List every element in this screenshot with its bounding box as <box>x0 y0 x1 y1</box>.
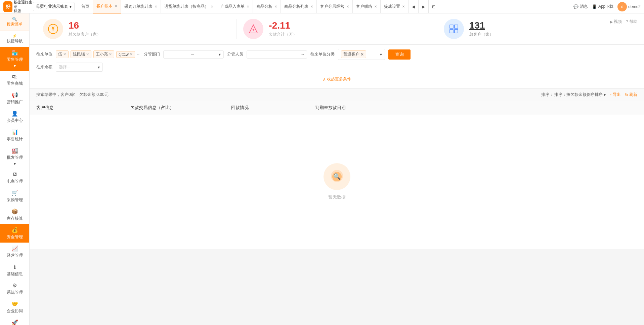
tab-close-icon[interactable]: ✕ <box>247 5 249 8</box>
message-button[interactable]: 💬 消息 <box>573 4 588 9</box>
sidebar-item-inventory[interactable]: 📦 库存核算 <box>0 206 29 224</box>
collapse-button[interactable]: ∧ 收起更多条件 <box>323 74 351 84</box>
video-link[interactable]: ▶ 视频 <box>610 19 622 25</box>
remove-tag-wu[interactable]: ✕ <box>63 52 66 57</box>
sidebar-item-operations[interactable]: 📈 经营管理 <box>0 243 29 261</box>
tab-close-icon[interactable]: ✕ <box>211 5 213 8</box>
sidebar-item-ecommerce[interactable]: 🖥 电商管理 <box>0 169 29 187</box>
avatar: d <box>617 2 627 11</box>
purchase-icon: 🛒 <box>11 190 18 196</box>
tab-commission-settings[interactable]: 提成设置 ✕ <box>381 0 409 13</box>
filter-tag-category: 普通客户 ✕ <box>341 50 366 58</box>
tab-customer-contact[interactable]: 客户联络 ✕ <box>353 0 381 13</box>
filter-label-category: 往来单位分类 <box>310 51 335 57</box>
tab-close-icon[interactable]: ✕ <box>374 5 377 8</box>
remove-tag-chen[interactable]: ✕ <box>86 52 89 57</box>
filter-row-2: 往来余额 选择... ▾ <box>36 63 637 72</box>
tab-product-analysis[interactable]: 商品分析 ✕ <box>253 0 281 13</box>
inventory-icon: 📦 <box>11 208 18 215</box>
app-download-button[interactable]: 📱 App下载 <box>592 4 613 9</box>
tab-customer-tier[interactable]: 客户分层经营 ✕ <box>317 0 353 13</box>
sidebar-item-retail-stats[interactable]: 📊 零售统计 <box>0 126 29 145</box>
logo-text: 畅捷通好生意 标版 <box>14 0 33 13</box>
help-icon: ? <box>626 20 628 24</box>
table-body: 🔍 暂无数据 <box>30 114 644 249</box>
filter-category-select[interactable]: 普通客户 ✕ ▾ <box>338 49 385 60</box>
stats-icon: 📊 <box>11 129 18 135</box>
video-icon: ▶ <box>610 20 613 24</box>
stat-content-total: 131 总客户（家） <box>469 21 493 37</box>
sidebar-item-retail[interactable]: 🏪 零售管理 ▾ <box>0 47 29 71</box>
filter-label-person: 分管人员 <box>227 51 243 57</box>
stat-icon-debt: ✦ <box>243 19 263 39</box>
wholesale-icon: 🏭 <box>11 147 18 154</box>
stat-number-customers: 16 <box>69 21 101 30</box>
sidebar-item-collaboration[interactable]: 🤝 企业协同 <box>0 298 29 317</box>
user-avatar[interactable]: d demo2 <box>617 2 641 11</box>
tab-next[interactable]: ▶ <box>419 0 429 13</box>
remove-tag-cjttcw[interactable]: ✕ <box>130 52 133 57</box>
sidebar-quick-nav[interactable]: ⚡ 快捷导航 <box>0 31 29 47</box>
system-icon: ⚙ <box>12 282 17 289</box>
sidebar-item-member[interactable]: 👤 会员中心 <box>0 108 29 126</box>
result-bar: 搜索结果中，客户0家 欠款金额 0.00元 排序： 排序：按欠款金额倒序排序 ▾… <box>30 88 644 101</box>
remove-category[interactable]: ✕ <box>360 52 364 57</box>
svg-text:✦: ✦ <box>252 28 255 32</box>
chevron-down-icon4: ▾ <box>604 93 606 97</box>
chevron-down-icon2: ▾ <box>380 52 382 57</box>
tab-customer-account[interactable]: 客户账本 ✕ <box>93 0 121 13</box>
export-icon: ↑ <box>610 93 612 97</box>
help-link[interactable]: ? 帮助 <box>626 19 637 25</box>
stat-icon-customers: ¥ <box>43 19 63 39</box>
tab-home[interactable]: 首页 <box>78 0 93 13</box>
tab-close-icon[interactable]: ✕ <box>310 5 313 8</box>
chevron-down-icon: ▾ <box>219 52 221 57</box>
sidebar-item-finance[interactable]: 💰 资金管理 <box>0 224 29 243</box>
tab-close-icon[interactable]: ✕ <box>115 4 117 8</box>
tab-close-icon[interactable]: ✕ <box>346 5 349 8</box>
query-button[interactable]: 查询 <box>388 49 411 60</box>
sidebar-item-wholesale[interactable]: 🏭 批发管理 ▾ <box>0 145 29 169</box>
svg-rect-5 <box>455 25 458 28</box>
sidebar-item-guide[interactable]: 🚀 新手引导 <box>0 317 29 325</box>
stat-number-total: 131 <box>469 21 493 30</box>
tab-purchase-stats[interactable]: 进货单统计表（按商品） ✕ <box>161 0 217 13</box>
logo-area: 好 畅捷通好生意 标版 <box>3 0 33 13</box>
chevron-down-icon: ▾ <box>70 4 72 9</box>
sidebar-search[interactable]: 🔍 搜索菜单 <box>0 13 29 31</box>
tab-close-icon[interactable]: ✕ <box>402 5 405 8</box>
tab-close-icon[interactable]: ✕ <box>155 5 157 8</box>
workspace-label: 母婴行业演示账套 <box>36 4 68 9</box>
tab-purchase-order[interactable]: 采购订单统计表 ✕ <box>121 0 161 13</box>
retail-icon: 🏪 <box>11 49 18 56</box>
tab-product-inbound[interactable]: 产成品入库单 ✕ <box>217 0 253 13</box>
filter-person-select[interactable]: ··· <box>247 50 307 59</box>
workspace-selector[interactable]: 母婴行业演示账套 ▾ <box>33 2 75 11</box>
guide-icon: 🚀 <box>11 319 18 325</box>
stat-icon-total <box>444 19 464 39</box>
export-button[interactable]: ↑ 导出 <box>610 92 621 98</box>
main-layout: 🔍 搜索菜单 ⚡ 快捷导航 🏪 零售管理 ▾ 🛍 零售商城 📢 营销推广 👤 会… <box>0 13 644 325</box>
sort-label: 排序： <box>541 92 553 98</box>
refresh-button[interactable]: ↻ 刷新 <box>625 92 637 98</box>
filter-tag-chen: 陈民强 ✕ <box>71 50 91 58</box>
sidebar-item-marketing[interactable]: 📢 营销推广 <box>0 89 29 108</box>
remove-tag-wang[interactable]: ✕ <box>109 52 112 57</box>
tab-maximize[interactable]: ⊡ <box>429 0 439 13</box>
download-icon: 📱 <box>592 4 597 9</box>
tab-close-icon[interactable]: ✕ <box>274 5 277 8</box>
svg-text:🔍: 🔍 <box>333 173 341 180</box>
sort-select[interactable]: 排序： 排序：按欠款金额倒序排序 ▾ <box>541 92 606 98</box>
sidebar-item-basic-info[interactable]: ℹ 基础信息 <box>0 261 29 280</box>
filter-balance-select[interactable]: 选择... ▾ <box>56 63 103 72</box>
stats-bar: ¥ 16 总欠款客户（家） ✦ -2.11 欠款合计 <box>30 13 644 45</box>
tab-product-analysis-list[interactable]: 商品分析列表 ✕ <box>281 0 317 13</box>
filter-more-icon[interactable]: ··· <box>137 52 140 57</box>
filter-dept-select[interactable]: ··· ▾ <box>163 50 224 59</box>
sidebar-item-purchase[interactable]: 🛒 采购管理 <box>0 187 29 206</box>
col-customer-info: 客户信息 <box>36 105 130 111</box>
sidebar-item-retail-mall[interactable]: 🛍 零售商城 <box>0 71 29 89</box>
sidebar-item-system[interactable]: ⚙ 系统管理 <box>0 280 29 298</box>
chevron-icon: ▾ <box>14 161 16 166</box>
tab-more[interactable]: ◀ <box>409 0 419 13</box>
